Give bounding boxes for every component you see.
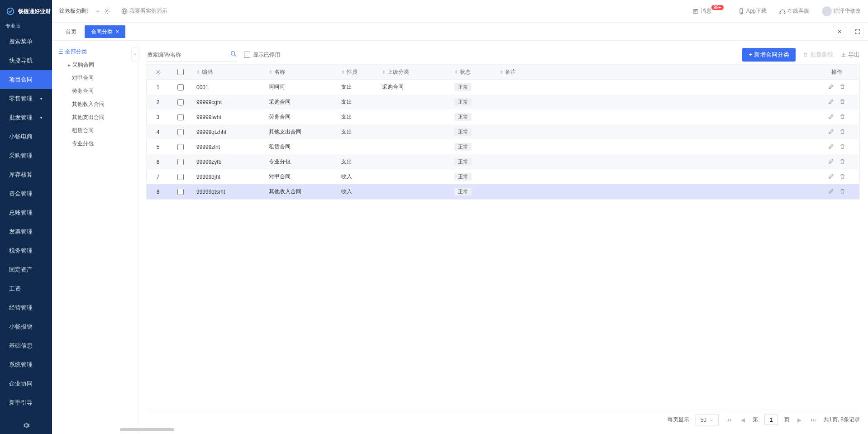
table-row[interactable]: 599999zlht租赁合同正常	[147, 139, 859, 154]
col-status[interactable]: ▲▼状态	[450, 68, 495, 76]
select-all-header[interactable]	[169, 69, 192, 75]
row-checkbox[interactable]	[177, 174, 184, 180]
show-disabled-checkbox[interactable]	[244, 52, 250, 58]
row-checkbox[interactable]	[177, 129, 184, 135]
row-checkbox[interactable]	[177, 114, 184, 120]
per-page-select[interactable]: 50	[696, 415, 719, 425]
page-input[interactable]	[764, 415, 778, 425]
row-checkbox[interactable]	[177, 84, 184, 91]
menu-item[interactable]: 税务管理	[0, 241, 52, 260]
edit-icon[interactable]	[828, 129, 834, 136]
menu-item[interactable]: 零售管理▼	[0, 89, 52, 108]
page-first-button[interactable]: ⏮	[725, 417, 733, 423]
edit-icon[interactable]	[828, 173, 834, 181]
context-dropdown[interactable]	[95, 9, 100, 14]
edit-icon[interactable]	[828, 99, 834, 106]
row-select[interactable]	[169, 114, 192, 120]
table-row[interactable]: 799999djht对甲合同收入正常	[147, 169, 859, 184]
row-select[interactable]	[169, 129, 192, 135]
select-all-checkbox[interactable]	[177, 69, 184, 75]
menu-item[interactable]: 发票管理	[0, 222, 52, 241]
row-checkbox[interactable]	[177, 99, 184, 105]
close-icon[interactable]: ✕	[115, 25, 119, 38]
search-input[interactable]	[146, 50, 230, 60]
delete-icon[interactable]	[839, 129, 845, 136]
table-row[interactable]: 699999zyfb专业分包支出正常	[147, 154, 859, 169]
menu-item[interactable]: 搜索菜单	[0, 32, 52, 51]
tree-node-parent[interactable]: 采购合同	[58, 58, 138, 72]
menu-item[interactable]: 快捷导航	[0, 51, 52, 70]
context-settings-icon[interactable]	[104, 8, 110, 14]
page-next-button[interactable]: ▶	[796, 417, 803, 423]
app-download-link[interactable]: App下载	[738, 7, 767, 15]
row-select[interactable]	[169, 174, 192, 180]
demo-link[interactable]: 我要看实例演示	[121, 7, 167, 15]
menu-item[interactable]: 基础信息	[0, 336, 52, 355]
table-row[interactable]: 499999qtzhht其他支出合同支出正常	[147, 124, 859, 139]
menu-item[interactable]: 企业协同	[0, 374, 52, 393]
menu-item[interactable]: 小畅电商	[0, 127, 52, 146]
row-checkbox[interactable]	[177, 144, 184, 150]
tree-leaf[interactable]: 其他支出合同	[58, 111, 138, 124]
table-row[interactable]: 299999cght采购合同支出正常	[147, 95, 859, 110]
menu-item[interactable]: 系统管理	[0, 355, 52, 374]
customer-service-link[interactable]: 在线客服	[779, 7, 809, 15]
tree-leaf[interactable]: 对甲合同	[58, 72, 138, 85]
export-button[interactable]: 导出	[841, 51, 860, 59]
search-icon[interactable]	[230, 51, 237, 58]
page-last-button[interactable]: ⏭	[809, 417, 817, 423]
menu-item[interactable]: 批发管理▼	[0, 108, 52, 127]
tree-leaf[interactable]: 劳务合同	[58, 85, 138, 98]
sidebar-settings[interactable]	[0, 418, 52, 434]
tree-leaf[interactable]: 专业分包	[58, 137, 138, 150]
collapse-tree-button[interactable]	[131, 47, 138, 62]
delete-icon[interactable]	[839, 114, 845, 121]
edit-icon[interactable]	[828, 114, 834, 121]
row-select[interactable]	[169, 84, 192, 91]
settings-column-header[interactable]	[147, 69, 169, 75]
row-select[interactable]	[169, 99, 192, 105]
table-row[interactable]: 899999qtsrht其他收入合同收入正常	[147, 184, 859, 199]
menu-item[interactable]: 采购管理	[0, 146, 52, 165]
edit-icon[interactable]	[828, 188, 834, 196]
delete-icon[interactable]	[839, 99, 845, 106]
edit-icon[interactable]	[828, 143, 834, 151]
tab-home[interactable]: 首页	[59, 25, 83, 38]
tree-leaf[interactable]: 其他收入合同	[58, 98, 138, 111]
show-disabled-toggle[interactable]: 显示已停用	[244, 51, 280, 59]
tree-all-categories[interactable]: ☰ 全部分类	[58, 45, 138, 58]
page-prev-button[interactable]: ◀	[739, 417, 746, 423]
menu-item[interactable]: 总账管理	[0, 203, 52, 222]
delete-icon[interactable]	[839, 143, 845, 151]
row-checkbox[interactable]	[177, 159, 184, 165]
col-parent[interactable]: ▲▼上级分类	[377, 68, 450, 76]
row-checkbox[interactable]	[177, 189, 184, 195]
menu-item[interactable]: 经营管理	[0, 298, 52, 317]
user-menu[interactable]: 徐泽华修改	[822, 6, 861, 16]
add-category-button[interactable]: +新增合同分类	[742, 48, 796, 62]
messages-link[interactable]: 消息 99+	[692, 7, 725, 15]
menu-item[interactable]: 资金管理	[0, 184, 52, 203]
edit-icon[interactable]	[828, 158, 834, 166]
edit-icon[interactable]	[828, 84, 834, 91]
col-nature[interactable]: ▲▼性质	[337, 68, 377, 76]
menu-item[interactable]: 小畅报销	[0, 317, 52, 336]
row-select[interactable]	[169, 159, 192, 165]
menu-item[interactable]: 新手引导	[0, 393, 52, 412]
col-code[interactable]: ▲▼编码	[192, 68, 264, 76]
menu-item[interactable]: 库存核算	[0, 165, 52, 184]
menu-item[interactable]: 工资	[0, 279, 52, 298]
batch-delete-button[interactable]: 批量删除	[803, 51, 834, 59]
fullscreen-button[interactable]	[852, 26, 863, 38]
delete-icon[interactable]	[839, 188, 845, 196]
tab-contract-category[interactable]: 合同分类 ✕	[85, 25, 125, 38]
table-row[interactable]: 10001呵呵呵支出采购合同正常	[147, 80, 859, 95]
menu-item[interactable]: 项目合同	[0, 70, 52, 89]
delete-icon[interactable]	[839, 158, 845, 166]
col-name[interactable]: ▲▼名称	[264, 68, 337, 76]
tree-leaf[interactable]: 租赁合同	[58, 124, 138, 137]
delete-icon[interactable]	[839, 84, 845, 91]
close-all-tabs-button[interactable]: ✕	[834, 26, 845, 38]
menu-item[interactable]: 固定资产	[0, 260, 52, 279]
row-select[interactable]	[169, 144, 192, 150]
